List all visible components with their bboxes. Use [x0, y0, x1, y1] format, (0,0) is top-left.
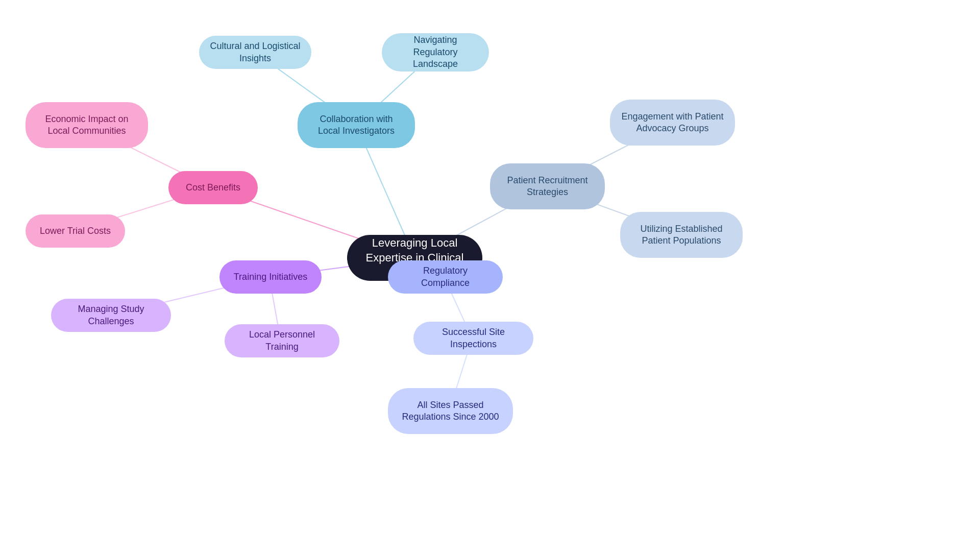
cultural-label: Cultural and Logistical Insights: [209, 40, 301, 64]
local-personnel-node: Local Personnel Training: [225, 324, 339, 357]
regulatory-label: Regulatory Compliance: [398, 265, 493, 289]
navigating-label: Navigating Regulatory Landscape: [392, 34, 479, 70]
engagement-node: Engagement with Patient Advocacy Groups: [610, 100, 735, 146]
economic-node: Economic Impact on Local Communities: [26, 102, 148, 148]
cost-benefits-node: Cost Benefits: [168, 171, 258, 204]
all-sites-label: All Sites Passed Regulations Since 2000: [398, 399, 503, 423]
patient-recruitment-node: Patient Recruitment Strategies: [490, 163, 605, 209]
engagement-label: Engagement with Patient Advocacy Groups: [620, 111, 725, 135]
managing-node: Managing Study Challenges: [51, 299, 171, 332]
collaboration-label: Collaboration with Local Investigators: [308, 113, 405, 137]
lower-costs-node: Lower Trial Costs: [26, 214, 125, 248]
cost-benefits-label: Cost Benefits: [186, 182, 240, 194]
navigating-node: Navigating Regulatory Landscape: [382, 33, 489, 71]
all-sites-node: All Sites Passed Regulations Since 2000: [388, 388, 513, 434]
cultural-node: Cultural and Logistical Insights: [199, 36, 311, 69]
utilizing-label: Utilizing Established Patient Population…: [630, 223, 732, 247]
training-label: Training Initiatives: [234, 271, 307, 283]
successful-label: Successful Site Inspections: [424, 326, 523, 350]
utilizing-node: Utilizing Established Patient Population…: [620, 212, 743, 258]
collaboration-node: Collaboration with Local Investigators: [298, 102, 415, 148]
local-personnel-label: Local Personnel Training: [235, 329, 329, 353]
patient-recruitment-label: Patient Recruitment Strategies: [500, 175, 595, 199]
lower-costs-label: Lower Trial Costs: [40, 225, 111, 237]
economic-label: Economic Impact on Local Communities: [36, 113, 138, 137]
training-node: Training Initiatives: [219, 260, 322, 294]
managing-label: Managing Study Challenges: [61, 303, 161, 327]
successful-node: Successful Site Inspections: [413, 322, 533, 355]
regulatory-node: Regulatory Compliance: [388, 260, 503, 294]
